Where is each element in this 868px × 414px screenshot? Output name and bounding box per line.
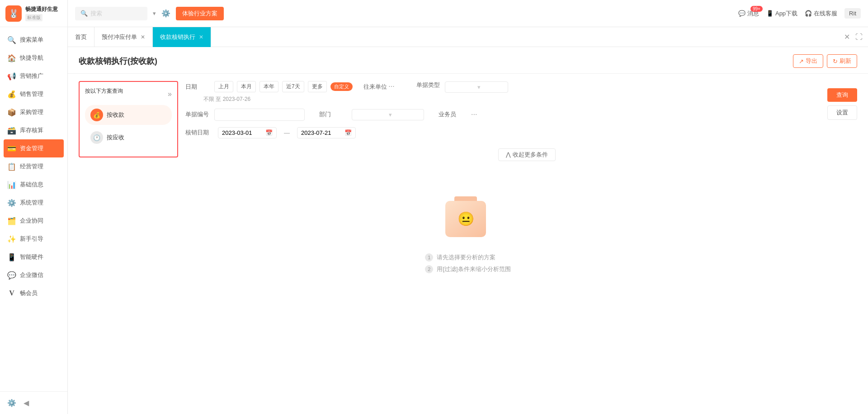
logo-icon: 🐰 [5, 5, 22, 22]
sidebar-item-purchase[interactable]: 📦 采购管理 [0, 103, 67, 121]
verify-date-end-calendar-icon[interactable]: 📅 [344, 129, 352, 136]
filter-option-by-receivable[interactable]: 🕐 按应收 [85, 128, 172, 148]
date-custom-badge: 自定义 [330, 82, 353, 91]
export-icon: ↗ [799, 58, 804, 65]
sidebar-item-basic[interactable]: 📊 基础信息 [0, 176, 67, 194]
content-area: 收款核销执行(按收款) ↗ 导出 ↻ 刷新 按以下方 [68, 47, 868, 414]
empty-hint-1: 1 请先选择要分析的方案 [425, 253, 510, 262]
verify-date-start-wrapper: 📅 [218, 127, 277, 138]
sidebar-item-system[interactable]: ⚙️ 系统管理 [0, 194, 67, 212]
docno-input[interactable] [214, 109, 305, 121]
tab-receipt-verify[interactable]: 收款核销执行 ✕ [153, 27, 211, 47]
sidebar-item-sales[interactable]: 💰 销售管理 [0, 85, 67, 103]
hardware-icon: 📱 [7, 252, 16, 262]
page: 收款核销执行(按收款) ↗ 导出 ↻ 刷新 按以下方 [68, 47, 868, 414]
sidebar-item-hardware[interactable]: 📱 智能硬件 [0, 248, 67, 266]
date-btn-more[interactable]: 更多 [308, 81, 327, 92]
export-btn[interactable]: ↗ 导出 [793, 54, 823, 68]
app-download-btn[interactable]: 📱 App下载 [766, 10, 797, 18]
empty-illustration: 😐 [445, 201, 491, 246]
sidebar-item-enterprise[interactable]: 🗂️ 企业协同 [0, 212, 67, 230]
filter-option-by-receipt[interactable]: 💰 按收款 [85, 105, 172, 125]
tab-prepay-close-icon[interactable]: ✕ [141, 34, 145, 40]
sidebar-item-wechat[interactable]: 💬 企业微信 [0, 266, 67, 284]
sidebar-item-quicknav[interactable]: 🏠 快捷导航 [0, 49, 67, 67]
topbar-chevron-icon[interactable]: ▾ [153, 10, 156, 17]
sidebar-item-member[interactable]: V 畅会员 [0, 284, 67, 302]
filter-scheme-title: 按以下方案查询 [85, 87, 123, 95]
sidebar-bottom: ⚙️ ◀ [0, 391, 67, 414]
settings-bottom-icon[interactable]: ⚙️ [7, 399, 16, 407]
finance-icon: 💳 [7, 144, 16, 153]
date-note: 不限 至 2023-07-26 [203, 95, 827, 103]
filter-area: 按以下方案查询 » 💰 按收款 🕐 按应收 [68, 74, 868, 165]
page-actions: ↗ 导出 ↻ 刷新 [793, 54, 857, 68]
verify-date-end-input[interactable] [301, 129, 342, 136]
basic-icon: 📊 [7, 180, 16, 189]
doctype-field: 单据类型 ▾ [416, 81, 509, 93]
date-btn-lastmonth[interactable]: 上月 [214, 81, 233, 92]
collapse-more-area: ⋀ 收起更多条件 [185, 148, 868, 161]
dept-chevron-icon: ▾ [389, 111, 420, 118]
verify-date-start-calendar-icon[interactable]: 📅 [265, 129, 273, 136]
tab-home[interactable]: 首页 [68, 27, 94, 47]
collapse-sidebar-icon[interactable]: ◀ [24, 399, 29, 407]
sidebar-item-guide[interactable]: ✨ 新手引导 [0, 230, 67, 248]
tab-fullscreen-icon[interactable]: ⛶ [855, 33, 863, 41]
tab-actions: ✕ ⛶ [839, 33, 868, 41]
topbar-gear-icon[interactable]: ⚙️ [161, 9, 170, 18]
collapse-scheme-icon[interactable]: » [168, 90, 172, 98]
member-icon: V [7, 289, 16, 298]
date-range-separator: — [284, 129, 290, 136]
verify-date-start-input[interactable] [222, 129, 263, 136]
docno-field: 单据编号 [185, 109, 305, 121]
tab-close-all-icon[interactable]: ✕ [844, 33, 850, 41]
service-btn[interactable]: 🎧 在线客服 [805, 10, 837, 18]
query-actions: 查询 设置 [827, 81, 868, 120]
wechat-icon: 💬 [7, 271, 16, 280]
tab-receipt-verify-close-icon[interactable]: ✕ [199, 34, 203, 40]
doctype-chevron-icon: ▾ [477, 84, 504, 90]
topbar-right: 💬 消息 99+ 📱 App下载 🎧 在线客服 Rit [738, 8, 861, 19]
refresh-btn[interactable]: ↻ 刷新 [827, 54, 857, 68]
receipt-option-icon: 💰 [90, 109, 103, 121]
sidebar-item-operation[interactable]: 📋 经营管理 [0, 157, 67, 176]
tab-prepay[interactable]: 预付冲应付单 ✕ [94, 27, 153, 47]
empty-hint-2: 2 用[过滤]条件来缩小分析范围 [425, 265, 510, 273]
operation-icon: 📋 [7, 162, 16, 171]
counterpart-field: 往来单位 ··· [363, 82, 395, 91]
filter-form: 日期 上月 本月 本年 近7天 更多 自定义 [178, 74, 868, 165]
collapse-more-btn[interactable]: ⋀ 收起更多条件 [498, 148, 556, 161]
setting-btn[interactable]: 设置 [827, 105, 857, 120]
dept-select[interactable]: ▾ [352, 109, 424, 120]
date-btn-thisyear[interactable]: 本年 [259, 81, 278, 92]
sidebar-item-search[interactable]: 🔍 搜索菜单 [0, 31, 67, 49]
page-header: 收款核销执行(按收款) ↗ 导出 ↻ 刷新 [68, 47, 868, 74]
topbar-search[interactable]: 🔍 搜索 [75, 7, 147, 20]
staff-dots: ··· [471, 110, 477, 119]
search-icon: 🔍 [7, 35, 16, 44]
collapse-chevron-icon: ⋀ [506, 151, 511, 158]
logo-area: 🐰 畅捷通好生意 标准版 [0, 0, 67, 27]
inventory-icon: 🗃️ [7, 126, 16, 135]
date-btn-thismonth[interactable]: 本月 [237, 81, 256, 92]
date-buttons-group: 上月 本月 本年 近7天 更多 自定义 [214, 81, 353, 92]
filter-row-3: 核销日期 📅 — 📅 [185, 127, 827, 138]
purchase-icon: 📦 [7, 108, 16, 117]
sidebar-item-finance[interactable]: 💳 资金管理 [4, 139, 64, 157]
sidebar: 🐰 畅捷通好生意 标准版 🔍 搜索菜单 🏠 快捷导航 📢 营销推广 💰 销售管理… [0, 0, 68, 414]
system-icon: ⚙️ [7, 198, 16, 207]
sidebar-item-marketing[interactable]: 📢 营销推广 [0, 67, 67, 85]
query-btn[interactable]: 查询 [827, 88, 857, 102]
message-icon: 💬 [738, 10, 745, 17]
industry-btn[interactable]: 体验行业方案 [176, 7, 224, 20]
sidebar-item-inventory[interactable]: 🗃️ 库存核算 [0, 121, 67, 139]
doctype-select[interactable]: ▾ [445, 81, 508, 93]
tabbar: 首页 预付冲应付单 ✕ 收款核销执行 ✕ ✕ ⛶ [68, 27, 868, 47]
date-btn-7days[interactable]: 近7天 [282, 81, 304, 92]
receivable-option-icon: 🕐 [90, 131, 103, 144]
user-account[interactable]: Rit [844, 8, 861, 19]
message-btn[interactable]: 💬 消息 99+ [738, 10, 759, 18]
filter-scheme-panel: 按以下方案查询 » 💰 按收款 🕐 按应收 [79, 81, 178, 157]
service-icon: 🎧 [805, 10, 812, 17]
